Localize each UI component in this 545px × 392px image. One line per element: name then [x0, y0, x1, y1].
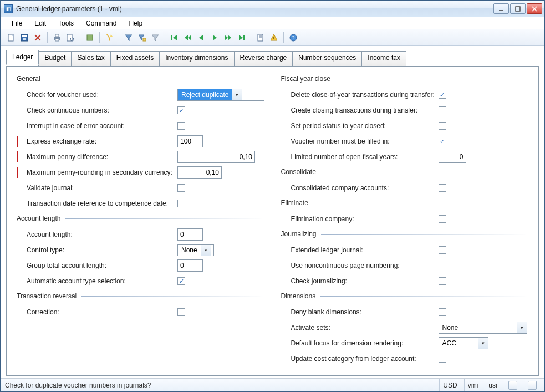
filter-by-icon[interactable]	[136, 32, 148, 44]
input-group-total-len[interactable]	[177, 259, 203, 272]
checkbox-check-continuous[interactable]	[177, 106, 185, 114]
svg-rect-12	[55, 39, 59, 41]
row-account-length: Account length:	[17, 227, 264, 242]
toolbar-separator	[119, 32, 119, 43]
delete-icon[interactable]	[32, 32, 44, 44]
tab-numseq[interactable]: Number sequences	[292, 51, 362, 66]
nav-next-icon[interactable]	[208, 32, 221, 44]
print-icon[interactable]	[51, 32, 63, 44]
checkbox-auto-account-type[interactable]	[177, 277, 185, 285]
window-frame: ◧ General ledger parameters (1 - vmi) Fi…	[0, 0, 545, 392]
tab-fixedassets[interactable]: Fixed assets	[110, 51, 160, 66]
label-express-rate: Express exchange rate:	[27, 138, 177, 145]
checkbox-update-cost-cat[interactable]	[439, 355, 446, 363]
checkbox-correction[interactable]	[177, 308, 185, 316]
label-auto-account-type: Automatic account type selection:	[27, 277, 177, 285]
checkbox-delete-close-year[interactable]	[439, 91, 446, 99]
row-extended-journal: Extended ledger journal:	[281, 242, 529, 258]
print-preview-icon[interactable]	[64, 32, 77, 44]
status-tool-2[interactable]	[524, 379, 540, 391]
checkbox-set-period-status[interactable]	[439, 122, 446, 130]
window-title: General ledger parameters (1 - vmi)	[16, 5, 493, 13]
input-express-rate[interactable]	[177, 135, 203, 147]
toolbar-separator	[283, 32, 284, 43]
group-consolidate: Consolidate	[281, 168, 529, 176]
filter-clear-icon[interactable]	[149, 32, 161, 44]
row-activate-sets: Activate sets: None	[281, 320, 529, 335]
tab-incometax[interactable]: Income tax	[361, 51, 406, 66]
input-max-penny-sec[interactable]	[177, 166, 222, 179]
label-correction: Correction:	[27, 308, 177, 316]
export-icon[interactable]	[84, 32, 96, 44]
minimize-button[interactable]	[493, 3, 509, 14]
filter-funnel-icon[interactable]	[123, 32, 135, 44]
toolbar-separator	[80, 32, 80, 43]
nav-prev-page-icon[interactable]	[182, 32, 194, 44]
row-max-penny-sec: Maximum penny-rounding in secondary curr…	[17, 165, 264, 180]
menu-tools[interactable]: Tools	[53, 18, 79, 28]
group-general: General	[17, 75, 264, 83]
checkbox-voucher-must-fill[interactable]	[439, 138, 446, 145]
svg-rect-17	[171, 35, 172, 40]
database-icon	[528, 381, 537, 390]
checkbox-consolidated-accounts[interactable]	[439, 184, 446, 192]
close-button[interactable]	[527, 3, 542, 14]
tab-panel-ledger: General Check for voucher used: Reject d…	[6, 66, 539, 376]
window-controls	[493, 3, 542, 14]
input-account-length[interactable]	[177, 228, 203, 241]
menubar: File Edit Tools Command Help	[1, 17, 544, 29]
combo-value: Reject duplicate	[178, 89, 232, 100]
combo-activate-sets[interactable]: None	[439, 322, 527, 334]
nav-first-icon[interactable]	[169, 32, 181, 44]
svg-rect-11	[55, 34, 59, 37]
label-group-total-len: Group total account length:	[27, 262, 177, 269]
checkbox-noncont-page[interactable]	[439, 262, 446, 269]
tab-salestax[interactable]: Sales tax	[71, 51, 110, 66]
tab-budget[interactable]: Budget	[38, 51, 72, 66]
help-icon[interactable]: ?	[287, 32, 299, 44]
checkbox-extended-journal[interactable]	[439, 246, 446, 254]
tab-reversecharge[interactable]: Reverse charge	[234, 51, 293, 66]
nav-last-icon[interactable]	[235, 32, 247, 44]
checkbox-elimination-company[interactable]	[439, 215, 446, 223]
menu-file[interactable]: File	[6, 18, 28, 28]
toolbar-separator	[47, 32, 48, 43]
tab-inventorydim[interactable]: Inventory dimensions	[159, 51, 234, 66]
combo-check-voucher-used[interactable]: Reject duplicate	[177, 89, 264, 101]
svg-rect-16	[143, 38, 146, 41]
tab-ledger[interactable]: Ledger	[6, 50, 39, 65]
menu-help[interactable]: Help	[123, 18, 148, 28]
alert-icon[interactable]	[268, 32, 280, 44]
checkbox-check-journalizing[interactable]	[439, 277, 446, 285]
maximize-button[interactable]	[510, 3, 526, 14]
combo-control-type[interactable]: None	[177, 244, 214, 256]
filter-flash-icon[interactable]	[103, 32, 115, 44]
input-limited-fy[interactable]	[439, 151, 466, 163]
checkbox-create-closing[interactable]	[439, 106, 446, 114]
nav-prev-icon[interactable]	[195, 32, 207, 44]
chevron-down-icon	[478, 338, 488, 349]
row-auto-account-type: Automatic account type selection:	[17, 273, 264, 289]
input-max-penny[interactable]	[177, 151, 255, 163]
nav-next-page-icon[interactable]	[222, 32, 234, 44]
status-tool-1[interactable]	[505, 379, 521, 391]
combo-value: None	[178, 245, 201, 256]
label-default-focus-dim: Default focus for dimension rendering:	[291, 339, 439, 347]
new-icon[interactable]	[5, 32, 17, 44]
checkbox-txn-date-ref[interactable]	[177, 200, 185, 207]
menu-command[interactable]: Command	[80, 18, 122, 28]
row-elimination-company: Elimination company:	[281, 211, 529, 227]
menu-edit[interactable]: Edit	[29, 18, 52, 28]
svg-rect-6	[22, 35, 27, 37]
chevron-down-icon	[517, 322, 527, 333]
combo-default-focus-dim[interactable]: ACC	[439, 337, 488, 349]
save-icon[interactable]	[18, 32, 30, 44]
row-check-journalizing: Check journalizing:	[281, 273, 529, 289]
checkbox-deny-blank-dim[interactable]	[439, 308, 446, 316]
checkbox-validate-journal[interactable]	[177, 184, 185, 192]
label-update-cost-cat: Update cost category from ledger account…	[291, 355, 439, 363]
status-company: vmi	[464, 379, 482, 391]
checkbox-interrupt-error[interactable]	[177, 122, 185, 130]
attach-icon[interactable]	[254, 32, 267, 44]
toolbar-separator	[165, 32, 165, 43]
